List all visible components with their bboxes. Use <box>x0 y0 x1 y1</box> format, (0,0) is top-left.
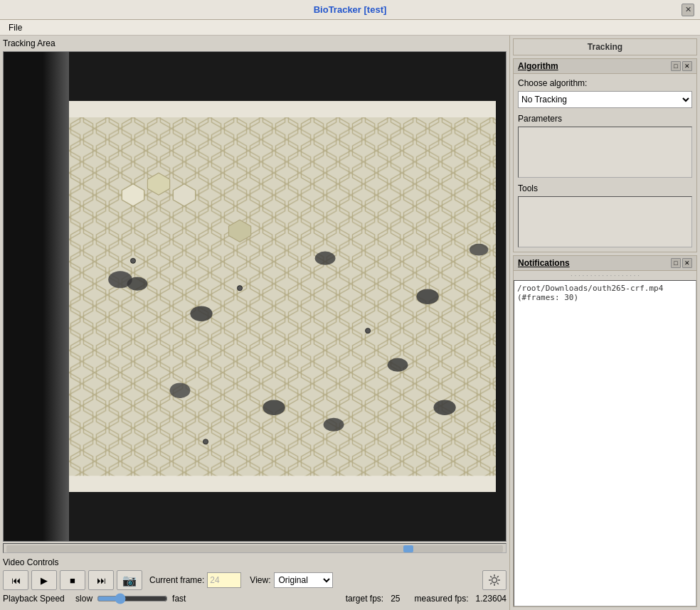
menu-bar: File <box>0 20 700 36</box>
parameters-label-container: Parameters <box>518 114 692 178</box>
algorithm-restore-btn[interactable]: □ <box>671 61 681 71</box>
choose-algorithm-label: Choose algorithm: <box>518 78 692 88</box>
svg-point-18 <box>169 382 190 398</box>
algorithm-icons: □ ✕ <box>671 61 692 71</box>
notifications-content: /root/Downloads/outh265-crf.mp4 (#frames… <box>517 284 693 302</box>
svg-point-13 <box>416 289 438 304</box>
notifications-close-btn[interactable]: ✕ <box>682 258 692 268</box>
svg-point-11 <box>190 306 212 321</box>
algorithm-section: Algorithm □ ✕ Choose algorithm: No Track… <box>513 58 697 252</box>
svg-line-31 <box>497 576 499 577</box>
gear-icon <box>487 573 502 587</box>
notifications-section: Notifications □ ✕ · · · · · · · · · · · … <box>513 255 697 607</box>
notifications-title: Notifications <box>518 258 570 268</box>
video-controls-label: Video Controls <box>3 557 507 567</box>
divider-dots: · · · · · · · · · · · · · · · · · · <box>514 271 696 280</box>
settings-button[interactable] <box>482 570 507 590</box>
honeycomb-area <box>69 101 496 492</box>
parameters-area <box>518 127 692 178</box>
svg-line-29 <box>490 576 492 577</box>
play-button[interactable]: ▶ <box>31 570 57 590</box>
svg-line-32 <box>490 583 492 584</box>
tools-area <box>518 196 692 247</box>
algorithm-close-btn[interactable]: ✕ <box>682 61 692 71</box>
target-fps-value: 25 <box>391 594 400 604</box>
svg-point-23 <box>203 439 208 444</box>
svg-point-17 <box>433 400 455 415</box>
slow-label: slow <box>75 594 92 604</box>
measured-fps-value: 1.23604 <box>476 594 507 604</box>
close-button[interactable]: ✕ <box>682 4 694 16</box>
svg-point-10 <box>127 277 147 290</box>
skip-forward-button[interactable]: ⏭ <box>88 570 114 590</box>
main-layout: Tracking Area <box>0 36 700 610</box>
skip-back-button[interactable]: ⏮ <box>3 570 28 590</box>
snapshot-button[interactable]: 📷 <box>117 570 142 590</box>
algorithm-header: Algorithm □ ✕ <box>514 59 696 74</box>
tools-label: Tools <box>518 183 692 193</box>
algorithm-body: Choose algorithm: No Tracking Algorithm … <box>514 74 696 252</box>
video-frame <box>4 52 506 541</box>
fast-label: fast <box>172 594 186 604</box>
svg-point-19 <box>470 244 488 256</box>
video-container <box>3 51 507 542</box>
algorithm-title: Algorithm <box>518 61 558 71</box>
svg-point-15 <box>262 400 285 415</box>
svg-point-20 <box>130 258 135 263</box>
window-title: BioTracker [test] <box>314 4 387 15</box>
notifications-header: Notifications □ ✕ <box>514 256 696 271</box>
tracking-section: Tracking <box>513 38 697 55</box>
speed-slider[interactable] <box>97 593 168 604</box>
playback-row: Playback Speed slow fast target fps: 25 … <box>3 593 507 604</box>
stop-button[interactable]: ■ <box>60 570 85 590</box>
current-frame-label: Current frame: <box>149 575 204 585</box>
target-fps-label: target fps: <box>346 594 383 604</box>
dark-side <box>4 52 69 541</box>
view-select[interactable]: Original Processed <box>274 572 333 588</box>
current-frame-input[interactable] <box>207 572 241 588</box>
right-panel: Tracking Algorithm □ ✕ Choose algorithm:… <box>509 36 700 610</box>
svg-point-12 <box>314 251 335 264</box>
notifications-restore-btn[interactable]: □ <box>671 258 681 268</box>
svg-point-16 <box>323 417 344 431</box>
controls-row: ⏮ ▶ ■ ⏭ 📷 Current frame: View: Original … <box>3 570 507 590</box>
tools-label-container: Tools <box>518 183 692 247</box>
view-label: View: <box>250 575 270 585</box>
scrollbar-track <box>6 545 503 552</box>
video-controls-section: Video Controls ⏮ ▶ ■ ⏭ 📷 Current frame: … <box>3 555 507 607</box>
svg-point-14 <box>387 358 408 371</box>
svg-line-30 <box>497 583 499 584</box>
title-bar: BioTracker [test] ✕ <box>0 0 700 20</box>
svg-point-24 <box>492 578 497 583</box>
algorithm-select[interactable]: No Tracking Algorithm 1 Algorithm 2 <box>518 91 692 108</box>
left-panel: Tracking Area <box>0 36 509 610</box>
scrollbar-thumb[interactable] <box>403 545 413 552</box>
svg-point-22 <box>365 328 370 333</box>
honeycomb-svg <box>69 101 496 492</box>
fps-info: target fps: 25 measured fps: 1.23604 <box>346 594 507 604</box>
tracking-label: Tracking <box>588 42 622 52</box>
notifications-body: /root/Downloads/outh265-crf.mp4 (#frames… <box>514 280 696 606</box>
menu-file[interactable]: File <box>3 21 28 34</box>
playback-speed-label: Playback Speed <box>3 594 65 604</box>
video-scrollbar[interactable] <box>3 543 507 553</box>
svg-point-21 <box>237 285 242 290</box>
notifications-icons: □ ✕ <box>671 258 692 268</box>
measured-fps-label: measured fps: <box>415 594 469 604</box>
tracking-area-label: Tracking Area <box>3 38 507 48</box>
parameters-label: Parameters <box>518 114 692 124</box>
